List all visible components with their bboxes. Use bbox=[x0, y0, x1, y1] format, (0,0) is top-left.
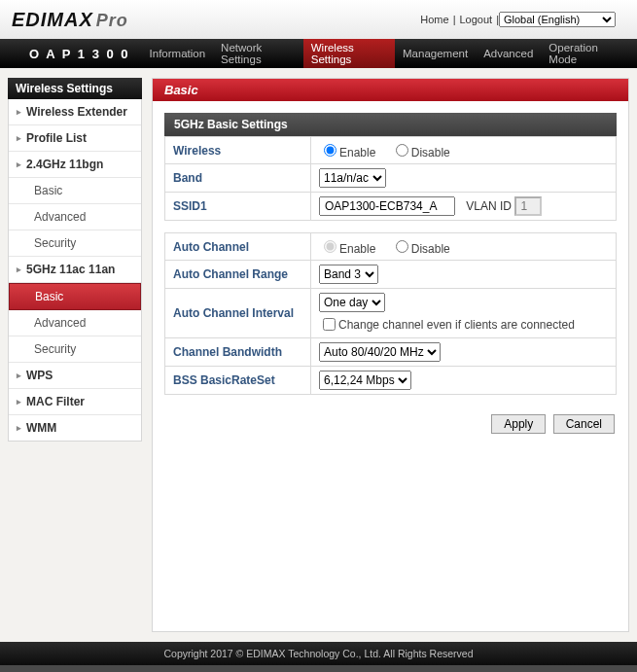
bandwidth-select[interactable]: Auto 80/40/20 MHz bbox=[319, 342, 441, 362]
sidebar-item-label: Wireless Extender bbox=[26, 105, 127, 119]
sidebar-item-label: Security bbox=[34, 236, 76, 250]
sidebar-item-advanced[interactable]: Advanced bbox=[9, 204, 141, 230]
footer: Copyright 2017 © EDIMAX Technology Co., … bbox=[0, 642, 637, 665]
nav-information[interactable]: Information bbox=[142, 39, 214, 68]
sidebar-item-label: MAC Filter bbox=[26, 395, 85, 408]
chevron-right-icon: ▸ bbox=[17, 371, 21, 380]
language-select[interactable]: Global (English) bbox=[499, 12, 616, 27]
interval-label: Auto Channel Interval bbox=[165, 289, 311, 338]
sidebar-item-label: Basic bbox=[35, 290, 63, 303]
content-title: Basic bbox=[153, 79, 628, 101]
vlan-input bbox=[514, 196, 542, 216]
chevron-right-icon: ▸ bbox=[17, 133, 21, 143]
autochannel-label: Auto Channel bbox=[165, 233, 311, 261]
nav-network-settings[interactable]: Network Settings bbox=[213, 39, 303, 68]
nav-advanced[interactable]: Advanced bbox=[476, 39, 541, 68]
sidebar-item-label: Basic bbox=[34, 184, 62, 197]
sidebar-item-label: WMM bbox=[26, 421, 56, 435]
autoch-enable-radio[interactable] bbox=[324, 240, 336, 253]
chevron-right-icon: ▸ bbox=[17, 397, 21, 407]
ssid-input[interactable] bbox=[319, 196, 455, 216]
apply-button[interactable]: Apply bbox=[491, 414, 546, 434]
sidebar-item-label: Advanced bbox=[34, 316, 86, 330]
sidebar-item-label: 5GHz 11ac 11an bbox=[26, 263, 115, 276]
change-channel-checkbox[interactable] bbox=[323, 318, 336, 331]
sidebar-item-2-4ghz-11bgn[interactable]: ▸2.4GHz 11bgn bbox=[9, 152, 141, 178]
panel-heading: 5GHz Basic Settings bbox=[164, 113, 617, 136]
sidebar-item-label: Security bbox=[34, 342, 76, 356]
band-label: Band bbox=[165, 164, 311, 193]
logout-link[interactable]: Logout bbox=[459, 14, 492, 25]
sidebar: Wireless Settings ▸Wireless Extender▸Pro… bbox=[8, 78, 142, 632]
model-label: O A P 1 3 0 0 bbox=[10, 47, 142, 61]
nav-operation-mode[interactable]: Operation Mode bbox=[541, 39, 627, 68]
sidebar-item-security[interactable]: Security bbox=[9, 230, 141, 257]
chevron-right-icon: ▸ bbox=[17, 159, 21, 169]
range-label: Auto Channel Range bbox=[165, 261, 311, 289]
sidebar-item-wireless-extender[interactable]: ▸Wireless Extender bbox=[9, 99, 141, 125]
home-link[interactable]: Home bbox=[420, 14, 448, 25]
content-panel: Basic 5GHz Basic Settings Wireless Enabl… bbox=[152, 78, 629, 632]
cancel-button[interactable]: Cancel bbox=[553, 414, 615, 434]
chevron-right-icon: ▸ bbox=[17, 265, 21, 274]
sidebar-item-5ghz-11ac-11an[interactable]: ▸5GHz 11ac 11an bbox=[9, 257, 141, 283]
header: EDIMAXPro Home | Logout | Global (Englis… bbox=[0, 0, 637, 39]
sidebar-item-profile-list[interactable]: ▸Profile List bbox=[9, 125, 141, 152]
bandwidth-label: Channel Bandwidth bbox=[165, 338, 311, 367]
rate-select[interactable]: 6,12,24 Mbps bbox=[319, 371, 411, 390]
change-channel-label: Change channel even if clients are conne… bbox=[338, 318, 575, 332]
nav-management[interactable]: Management bbox=[395, 39, 476, 68]
ssid-label: SSID1 bbox=[165, 193, 311, 221]
nav-wireless-settings[interactable]: Wireless Settings bbox=[303, 39, 395, 68]
wireless-enable-radio[interactable] bbox=[324, 144, 336, 157]
sidebar-item-label: WPS bbox=[26, 369, 53, 382]
sidebar-item-basic[interactable]: Basic bbox=[9, 178, 141, 204]
sidebar-title: Wireless Settings bbox=[8, 78, 142, 99]
sidebar-item-label: 2.4GHz 11bgn bbox=[26, 158, 103, 171]
sidebar-item-security[interactable]: Security bbox=[9, 336, 141, 363]
range-select[interactable]: Band 3 bbox=[319, 265, 378, 284]
sidebar-item-label: Advanced bbox=[34, 210, 86, 224]
chevron-right-icon: ▸ bbox=[17, 107, 21, 117]
sidebar-item-wmm[interactable]: ▸WMM bbox=[9, 415, 141, 441]
vlan-label: VLAN ID bbox=[466, 199, 512, 213]
interval-select[interactable]: One day bbox=[319, 293, 385, 312]
wireless-value: Enable Disable bbox=[311, 137, 617, 164]
wireless-label: Wireless bbox=[165, 137, 311, 164]
sidebar-item-label: Profile List bbox=[26, 131, 87, 145]
sidebar-item-advanced[interactable]: Advanced bbox=[9, 310, 141, 336]
wireless-disable-radio[interactable] bbox=[396, 144, 408, 157]
sidebar-item-wps[interactable]: ▸WPS bbox=[9, 363, 141, 389]
sidebar-item-mac-filter[interactable]: ▸MAC Filter bbox=[9, 389, 141, 415]
rate-label: BSS BasicRateSet bbox=[165, 367, 311, 395]
brand-logo: EDIMAXPro bbox=[12, 9, 128, 31]
sidebar-item-basic[interactable]: Basic bbox=[9, 283, 141, 310]
band-select[interactable]: 11a/n/ac bbox=[319, 168, 386, 188]
main-nav: O A P 1 3 0 0 InformationNetwork Setting… bbox=[0, 39, 637, 68]
chevron-right-icon: ▸ bbox=[17, 423, 21, 433]
autoch-disable-radio[interactable] bbox=[396, 240, 408, 253]
